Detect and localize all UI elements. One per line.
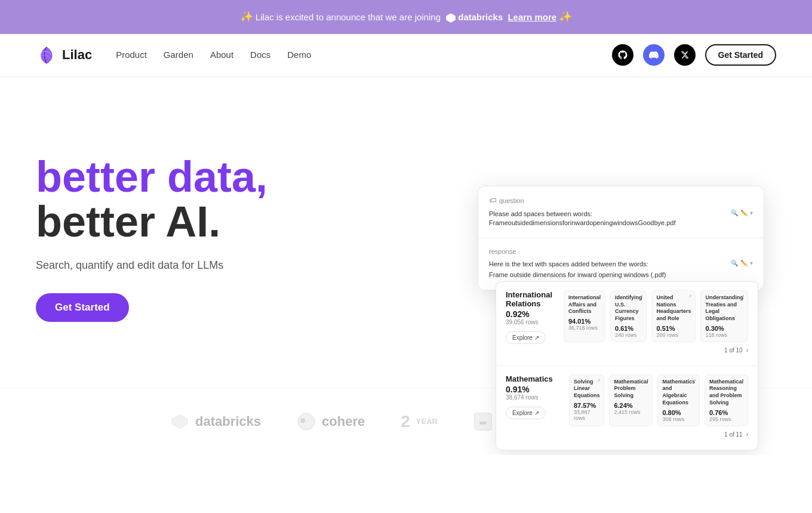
github-icon: [617, 50, 628, 60]
navbar: Lilac Product Garden About Docs Demo Get…: [0, 34, 812, 77]
arrow-icon: ↗: [598, 294, 602, 299]
arrow-icon: ↗: [740, 378, 745, 383]
section2-pct: 0.91%: [506, 385, 563, 394]
hero-get-started[interactable]: Get Started: [36, 293, 129, 322]
grid-cell-1-3: ↗ Understanding Treaties and Legal Oblig…: [700, 290, 748, 342]
announcement-banner: ✨ Lilac is excited to announce that we a…: [0, 0, 812, 34]
arrow-icon: ↗: [688, 294, 692, 299]
chevron-icon[interactable]: ▾: [750, 210, 753, 216]
arrow-icon: ↗: [692, 378, 696, 383]
navbar-get-started[interactable]: Get Started: [705, 44, 776, 66]
grid-cell-1-0: ↗ International Affairs and Conflicts 94…: [564, 290, 605, 342]
section1-title: International Relations: [506, 290, 558, 308]
year-badge-text: 2: [401, 412, 410, 431]
hero-title: better data, better AI.: [36, 155, 370, 245]
svg-point-1: [298, 413, 315, 430]
data-table-preview: International Relations 0.92% 39,056 row…: [496, 281, 758, 450]
question-text: Please add spaces between words: Frameou…: [489, 210, 724, 228]
tag-icon: 🏷: [489, 196, 497, 205]
search-icon-2[interactable]: 🔍: [731, 260, 738, 266]
hero-section: better data, better AI. Search, quantify…: [0, 77, 812, 388]
nav-garden[interactable]: Garden: [164, 50, 193, 60]
search-icon[interactable]: 🔍: [731, 210, 738, 216]
databricks-logo-text: databricks: [445, 12, 505, 22]
nav-docs[interactable]: Docs: [250, 50, 270, 60]
nav-about[interactable]: About: [210, 50, 233, 60]
question-label: 🏷 question: [489, 196, 753, 205]
logo-icon: [36, 44, 57, 66]
github-button[interactable]: [612, 44, 633, 66]
logo-label: Lilac: [62, 47, 92, 63]
sparkle-right: ✨: [559, 11, 572, 23]
data-sections-card: International Relations 0.92% 39,056 row…: [472, 269, 758, 450]
hero-title-line2: better AI.: [36, 198, 220, 245]
section2-title: Mathematics: [506, 374, 563, 383]
arrow-icon: ↗: [596, 378, 601, 383]
logo-databricks: databricks: [170, 412, 261, 431]
grid-cell-1-2: ↗ United Nations Headquarters and Role 0…: [651, 290, 696, 342]
pagination-1: 1 of 10 ›: [564, 347, 748, 354]
response-text: Here is the text with spaces added betwe…: [489, 260, 724, 269]
arrow-icon: ↗: [740, 294, 745, 299]
hero-preview: 🏷 question Please add spaces between wor…: [370, 186, 776, 291]
banner-text: Lilac is excited to announce that we are…: [256, 12, 441, 22]
logo[interactable]: Lilac: [36, 44, 92, 66]
hero-title-line1: better data,: [36, 153, 267, 201]
explore-btn-1[interactable]: Explore ↗: [506, 331, 546, 344]
hero-subtitle: Search, quantify and edit data for LLMs: [36, 259, 370, 272]
question-field: 🏷 question Please add spaces between wor…: [478, 186, 764, 238]
pagination-next-1[interactable]: ›: [746, 347, 748, 354]
arrow-icon: ↗: [639, 294, 643, 299]
nav-links: Product Garden About Docs Demo: [116, 50, 311, 60]
navbar-right: Get Started: [612, 44, 776, 66]
discord-button[interactable]: [643, 44, 665, 66]
section1-pct: 0.92%: [506, 309, 558, 319]
logo-cohere: cohere: [297, 412, 365, 431]
sparkle-left: ✨: [240, 11, 253, 23]
navbar-left: Lilac Product Garden About Docs Demo: [36, 44, 311, 66]
explore-btn-2[interactable]: Explore ↗: [506, 407, 546, 419]
chevron-icon-2[interactable]: ▾: [750, 260, 753, 266]
edit-icon[interactable]: ✏️: [740, 210, 748, 216]
svg-point-2: [300, 418, 305, 423]
grid-cell-2-0: ↗ Solving Linear Equations 87.57% 33,887…: [569, 374, 605, 426]
nav-demo[interactable]: Demo: [287, 50, 311, 60]
section-international-relations: International Relations 0.92% 39,056 row…: [496, 282, 758, 365]
section2-rows: 38,674 rows: [506, 394, 563, 401]
response-label: response: [489, 248, 753, 255]
pagination-next-2[interactable]: ›: [746, 431, 748, 438]
twitter-button[interactable]: [674, 44, 696, 66]
year-label: YEAR: [416, 417, 438, 426]
section1-grid: ↗ International Affairs and Conflicts 94…: [564, 290, 748, 342]
discord-icon: [649, 50, 659, 60]
twitter-icon: [681, 51, 689, 59]
grid-cell-2-2: ↗ Mathematics and Algebraic Equations 0.…: [657, 374, 700, 426]
arrow-icon: ↗: [645, 378, 649, 383]
hero-text: better data, better AI. Search, quantify…: [36, 155, 370, 322]
edit-icon-2[interactable]: ✏️: [740, 260, 748, 266]
grid-cell-2-3: ↗ Mathematical Reasoning and Problem Sol…: [705, 374, 748, 426]
databricks-logo-icon: [170, 412, 189, 431]
response-actions: 🔍 ✏️ ▾: [731, 260, 753, 266]
grid-cell-2-1: ↗ Mathematical Problem Solving 6.24% 2,4…: [609, 374, 653, 426]
grid-cell-1-1: ↗ Identifying U.S. Currency Figures 0.61…: [610, 290, 647, 342]
section-mathematics: Mathematics 0.91% 38,674 rows Explore ↗ …: [496, 365, 758, 450]
logo-2year: 2 YEAR: [401, 412, 438, 431]
learn-more-link[interactable]: Learn more: [508, 12, 556, 22]
question-actions: 🔍 ✏️ ▾: [731, 210, 753, 216]
svg-marker-0: [446, 13, 456, 23]
cohere-logo-icon: [297, 412, 316, 431]
preview-wrapper: 🏷 question Please add spaces between wor…: [478, 186, 776, 291]
section2-grid: ↗ Solving Linear Equations 87.57% 33,887…: [569, 374, 748, 426]
nav-product[interactable]: Product: [116, 50, 147, 60]
pagination-2: 1 of 11 ›: [569, 431, 748, 438]
section1-rows: 39,056 rows: [506, 319, 558, 325]
